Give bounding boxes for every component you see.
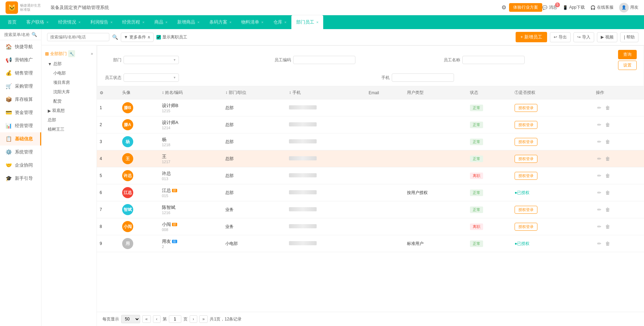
delete-btn[interactable]: 🗑: [604, 155, 611, 162]
auth-btn[interactable]: 授权登录: [515, 121, 537, 129]
dept-item-small-elec[interactable]: 小电部: [45, 69, 97, 78]
delete-btn[interactable]: 🗑: [604, 223, 611, 230]
delete-btn[interactable]: 🗑: [604, 104, 611, 111]
last-page-btn[interactable]: »: [199, 315, 208, 323]
close-icon[interactable]: ×: [197, 20, 199, 24]
import-btn[interactable]: ↪ 导入: [573, 32, 594, 42]
edit-btn[interactable]: ✏: [596, 104, 603, 111]
tab-bom[interactable]: 物料清单×: [236, 15, 268, 29]
tab-history[interactable]: 经营历程×: [117, 15, 149, 29]
close-icon[interactable]: ×: [316, 20, 318, 24]
search-input[interactable]: [4, 32, 29, 37]
tab-profit[interactable]: 利润报告×: [85, 15, 117, 29]
auth-btn[interactable]: 授权登录: [515, 138, 537, 146]
delete-btn[interactable]: 🗑: [604, 121, 611, 128]
employee-search-btn[interactable]: 🔍: [112, 34, 118, 40]
online-service-btn[interactable]: 🎧 在线客服: [590, 5, 614, 10]
tab-new-goods[interactable]: 新增商品×: [172, 15, 204, 29]
employee-search-input[interactable]: [47, 33, 109, 41]
sidebar-item-marketing[interactable]: 📢营销推广: [0, 53, 41, 67]
dept-item-double[interactable]: ▶ 双底想: [42, 106, 97, 115]
dept-filter-btn[interactable]: 🔧: [68, 50, 75, 57]
auth-btn[interactable]: 授权登录: [515, 206, 537, 214]
tab-operation[interactable]: 经营情况×: [53, 15, 85, 29]
auth-btn[interactable]: 授权登录: [515, 172, 537, 180]
edit-btn[interactable]: ✏: [596, 240, 603, 247]
delete-btn[interactable]: 🗑: [604, 189, 611, 196]
col-dept[interactable]: ↕ 部门/职位: [223, 86, 286, 99]
dept-item-delivery[interactable]: 配货: [45, 97, 97, 106]
sidebar-item-collab[interactable]: 🤝企业协同: [0, 159, 41, 172]
collapse-btn[interactable]: »: [91, 51, 93, 56]
close-icon[interactable]: ×: [46, 20, 48, 24]
dept-item-head2[interactable]: 总部: [42, 115, 97, 125]
app-download-btn[interactable]: 📱 App下载: [563, 5, 585, 10]
edit-btn[interactable]: ✏: [596, 121, 603, 128]
message-btn[interactable]: 💬 消息 5: [542, 5, 557, 10]
dept-item-head[interactable]: ▼ 总部: [42, 59, 97, 69]
sidebar-item-guide[interactable]: 🎓新手引导: [0, 172, 41, 185]
edit-btn[interactable]: ✏: [596, 155, 603, 162]
sidebar-item-system[interactable]: ⚙️系统管理: [0, 146, 41, 159]
close-icon[interactable]: ×: [261, 20, 263, 24]
dept-item-shenyang[interactable]: 沈阳大库: [45, 87, 97, 97]
auth-btn[interactable]: 授权登录: [515, 223, 537, 231]
sidebar-item-purchase[interactable]: 🛒采购管理: [0, 80, 41, 93]
edit-btn[interactable]: ✏: [596, 189, 603, 196]
query-btn[interactable]: 查询: [618, 50, 637, 59]
tab-barcode[interactable]: 条码方案×: [205, 15, 236, 29]
sidebar-item-basic[interactable]: 📋基础信息: [0, 132, 41, 146]
experience-btn[interactable]: 体验行业方案: [509, 3, 542, 12]
edit-btn[interactable]: ✏: [596, 138, 603, 145]
col-name[interactable]: ↕ 姓名/编码: [159, 86, 223, 99]
dept-item-plant[interactable]: 植树王三: [42, 125, 97, 134]
sidebar-item-nav[interactable]: 🏠快捷导航: [0, 40, 41, 53]
tab-customers[interactable]: 客户联络×: [21, 15, 53, 29]
show-resigned-toggle[interactable]: 显示离职员工: [156, 34, 187, 40]
sidebar-item-sales[interactable]: 💰销售管理: [0, 67, 41, 80]
export-btn[interactable]: ↩ 导出: [550, 32, 571, 42]
page-size-select[interactable]: 50 100: [121, 315, 140, 323]
emp-name-input[interactable]: [462, 56, 525, 64]
page-input[interactable]: [169, 315, 181, 323]
tab-warehouse[interactable]: 仓库×: [269, 15, 291, 29]
sidebar-item-finance[interactable]: 💳资金管理: [0, 106, 41, 119]
show-resigned-checkbox[interactable]: [156, 35, 161, 39]
edit-btn[interactable]: ✏: [596, 172, 603, 179]
status-select[interactable]: [124, 73, 179, 82]
reset-btn[interactable]: 设置: [618, 61, 637, 70]
close-icon[interactable]: ×: [165, 20, 167, 24]
close-icon[interactable]: ×: [142, 20, 144, 24]
emp-code-input[interactable]: [293, 56, 355, 64]
sidebar-item-manage[interactable]: 📊经营管理: [0, 119, 41, 132]
help-btn[interactable]: | 帮助: [620, 32, 638, 42]
more-filters-btn[interactable]: ▼ 更多条件 ∧: [121, 33, 154, 42]
dept-item-project[interactable]: 项目库房: [45, 78, 97, 87]
view-btn[interactable]: ▶ 视频: [597, 32, 617, 42]
tab-home[interactable]: 首页: [3, 15, 21, 29]
close-icon[interactable]: ×: [284, 20, 287, 24]
add-employee-btn[interactable]: + 新增员工: [516, 32, 547, 42]
edit-btn[interactable]: ✏: [596, 206, 603, 213]
close-icon[interactable]: ×: [229, 20, 232, 24]
close-icon[interactable]: ×: [110, 20, 112, 24]
tab-goods[interactable]: 商品×: [149, 15, 172, 29]
user-area[interactable]: 👤 用友: [619, 3, 638, 12]
col-settings[interactable]: ⚙: [97, 86, 119, 99]
sidebar-item-inventory[interactable]: 📦库存核算: [0, 93, 41, 106]
close-icon[interactable]: ×: [78, 20, 80, 24]
auth-btn[interactable]: 授权登录: [515, 155, 537, 163]
next-page-btn[interactable]: ›: [190, 315, 197, 323]
dept-select[interactable]: [124, 56, 179, 64]
col-phone[interactable]: ↕ 手机: [286, 86, 366, 99]
first-page-btn[interactable]: «: [142, 315, 151, 323]
tab-employees[interactable]: 部门员工×: [291, 15, 323, 29]
delete-btn[interactable]: 🗑: [604, 138, 611, 145]
edit-btn[interactable]: ✏: [596, 223, 603, 230]
settings-icon[interactable]: ⚙: [501, 4, 506, 11]
prev-page-btn[interactable]: ‹: [153, 315, 161, 323]
delete-btn[interactable]: 🗑: [604, 172, 611, 179]
delete-btn[interactable]: 🗑: [604, 206, 611, 213]
phone-input[interactable]: [392, 73, 454, 82]
delete-btn[interactable]: 🗑: [604, 240, 611, 247]
